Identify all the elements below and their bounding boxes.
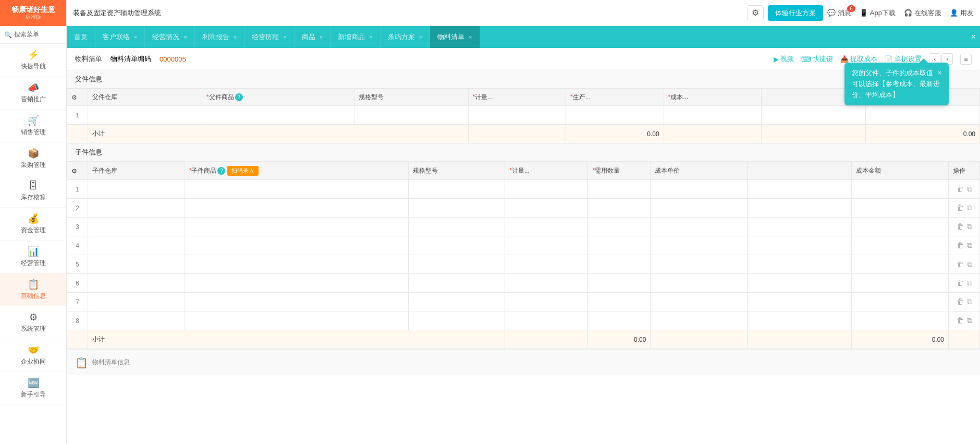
copy-icon-8[interactable]: ⧉	[967, 316, 972, 325]
child-row-3-unit[interactable]	[505, 218, 588, 236]
tab-goods[interactable]: 商品 ×	[295, 26, 330, 48]
child-row-5-unit-cost[interactable]	[651, 255, 748, 274]
child-row-5-spec[interactable]	[408, 255, 505, 274]
copy-icon-5[interactable]: ⧉	[967, 260, 972, 269]
child-row-8-unit-cost[interactable]	[651, 311, 748, 330]
child-row-7-warehouse[interactable]	[88, 293, 185, 311]
delete-icon-5[interactable]: 🗑	[957, 260, 964, 269]
sidebar-item-quick-nav[interactable]: ⚡ 快捷导航	[0, 44, 66, 77]
user-action[interactable]: 👤 用友	[950, 8, 974, 18]
child-row-2-goods[interactable]	[185, 199, 408, 218]
child-row-3-warehouse[interactable]	[88, 218, 185, 236]
experience-btn[interactable]: 体验行业方案	[768, 5, 823, 21]
copy-icon-4[interactable]: ⧉	[967, 241, 972, 250]
child-row-6-qty[interactable]	[588, 274, 651, 293]
tab-operations-close[interactable]: ×	[183, 34, 187, 40]
parent-row-1-warehouse[interactable]	[88, 106, 202, 125]
child-row-8-qty[interactable]	[588, 311, 651, 330]
child-row-8-spec[interactable]	[408, 311, 505, 330]
child-row-3-unit-cost[interactable]	[651, 218, 748, 236]
close-all-tabs-button[interactable]: ×	[967, 32, 980, 42]
copy-icon-3[interactable]: ⧉	[967, 222, 972, 231]
search-menu[interactable]: 🔍 搜索菜单	[0, 26, 66, 44]
child-row-7-goods[interactable]	[185, 293, 408, 311]
child-row-1-warehouse[interactable]	[88, 180, 185, 199]
sidebar-item-sales[interactable]: 🛒 销售管理	[0, 110, 66, 142]
child-row-5-warehouse[interactable]	[88, 255, 185, 274]
child-row-2-unit[interactable]	[505, 199, 588, 218]
copy-icon-1[interactable]: ⧉	[967, 185, 972, 194]
tab-home[interactable]: 首页	[67, 26, 95, 48]
tooltip-close-button[interactable]: ×	[937, 68, 941, 79]
online-service-action[interactable]: 🎧 在线客服	[904, 8, 941, 18]
message-action[interactable]: 💬 消息 6	[827, 8, 851, 18]
delete-icon-7[interactable]: 🗑	[957, 297, 964, 306]
delete-icon-8[interactable]: 🗑	[957, 316, 964, 325]
sidebar-item-finance[interactable]: 💰 资金管理	[0, 208, 66, 241]
gear-button[interactable]: ⚙	[747, 5, 764, 20]
child-row-4-unit-cost[interactable]	[651, 236, 748, 255]
tab-bom-close[interactable]: ×	[469, 34, 472, 40]
copy-icon-6[interactable]: ⧉	[967, 279, 972, 287]
child-goods-info-icon[interactable]: ?	[217, 167, 225, 175]
parent-row-1-goods[interactable]	[202, 106, 354, 125]
delete-icon-1[interactable]: 🗑	[957, 185, 964, 194]
parent-row-1-spec[interactable]	[354, 106, 468, 125]
child-row-3-goods[interactable]	[185, 218, 408, 236]
parent-goods-info-icon[interactable]: ?	[235, 93, 243, 101]
child-row-4-goods[interactable]	[185, 236, 408, 255]
child-row-4-warehouse[interactable]	[88, 236, 185, 255]
delete-icon-6[interactable]: 🗑	[957, 279, 964, 287]
tab-customer[interactable]: 客户联络 ×	[95, 26, 145, 48]
sidebar-item-guide[interactable]: 🆕 新手引导	[0, 372, 66, 405]
child-row-1-unit-cost[interactable]	[651, 180, 748, 199]
child-row-8-goods[interactable]	[185, 311, 408, 330]
tab-bom[interactable]: 物料清单 ×	[430, 26, 480, 48]
child-row-4-unit[interactable]	[505, 236, 588, 255]
sidebar-item-enterprise[interactable]: 🤝 企业协同	[0, 339, 66, 372]
view-action[interactable]: ▶ 视频	[774, 54, 794, 64]
tab-new-goods-close[interactable]: ×	[369, 34, 372, 40]
copy-icon-2[interactable]: ⧉	[967, 203, 972, 212]
tab-operations[interactable]: 经营情况 ×	[145, 26, 194, 48]
child-row-7-unit[interactable]	[505, 293, 588, 311]
tab-profit-close[interactable]: ×	[234, 34, 237, 40]
child-row-4-spec[interactable]	[408, 236, 505, 255]
tab-history-close[interactable]: ×	[283, 34, 286, 40]
copy-icon-7[interactable]: ⧉	[967, 297, 972, 306]
delete-icon-2[interactable]: 🗑	[957, 203, 964, 212]
tab-barcode[interactable]: 条码方案 ×	[381, 26, 430, 48]
delete-icon-4[interactable]: 🗑	[957, 241, 964, 250]
delete-icon-3[interactable]: 🗑	[957, 222, 964, 231]
child-row-8-warehouse[interactable]	[88, 311, 185, 330]
sidebar-item-system[interactable]: ⚙ 系统管理	[0, 306, 66, 339]
child-row-8-unit[interactable]	[505, 311, 588, 330]
list-view-button[interactable]: ≡	[960, 54, 972, 65]
tab-goods-close[interactable]: ×	[320, 34, 323, 40]
child-row-1-unit[interactable]	[505, 180, 588, 199]
child-row-5-goods[interactable]	[185, 255, 408, 274]
child-row-2-warehouse[interactable]	[88, 199, 185, 218]
child-row-1-spec[interactable]	[408, 180, 505, 199]
scan-input-button[interactable]: 扫码录入	[227, 166, 259, 176]
sidebar-item-inventory[interactable]: 🗄 库存核算	[0, 175, 66, 208]
child-row-7-spec[interactable]	[408, 293, 505, 311]
child-row-6-spec[interactable]	[408, 274, 505, 293]
shortcut-action[interactable]: ⌨ 快捷键	[801, 54, 833, 64]
parent-row-1-production[interactable]	[566, 106, 664, 125]
child-row-1-goods[interactable]	[185, 180, 408, 199]
tab-barcode-close[interactable]: ×	[419, 34, 422, 40]
sidebar-item-marketing[interactable]: 📣 营销推广	[0, 77, 66, 110]
parent-row-1-unit[interactable]	[468, 106, 566, 125]
child-row-6-warehouse[interactable]	[88, 274, 185, 293]
child-row-3-spec[interactable]	[408, 218, 505, 236]
child-row-3-qty[interactable]	[588, 218, 651, 236]
child-row-2-unit-cost[interactable]	[651, 199, 748, 218]
tab-customer-close[interactable]: ×	[134, 34, 137, 40]
app-download-action[interactable]: 📱 App下载	[860, 8, 896, 18]
child-row-7-unit-cost[interactable]	[651, 293, 748, 311]
child-row-5-unit[interactable]	[505, 255, 588, 274]
parent-col-settings[interactable]: ⚙	[67, 89, 88, 106]
tab-profit[interactable]: 利润报告 ×	[195, 26, 244, 48]
sidebar-item-operations[interactable]: 📊 经营管理	[0, 241, 66, 273]
